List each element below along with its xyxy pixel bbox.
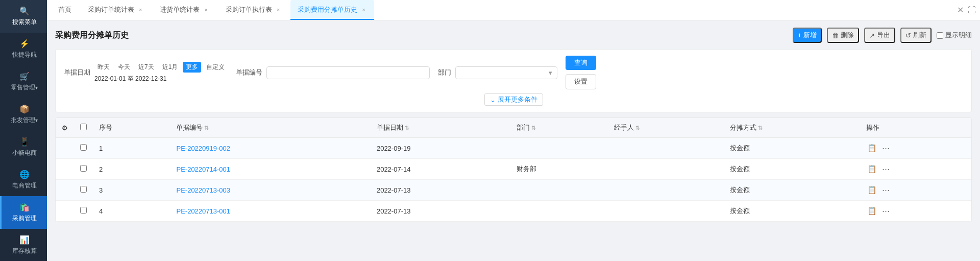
tab-label-purchase-order-stats: 采购订单统计表 — [88, 5, 134, 14]
row-order-no[interactable]: PE-20220713-003 — [170, 180, 370, 201]
row-more-btn-0[interactable]: ⋯ — [881, 143, 891, 154]
row-order-no[interactable]: PE-20220714-001 — [170, 159, 370, 180]
table-row: 4 PE-20220713-001 2022-07-13 按金额 📋 ⋯ — [56, 201, 971, 222]
tab-purchase-goods-stats[interactable]: 进货单统计表× — [153, 0, 216, 20]
refresh-icon: ↺ — [905, 32, 911, 39]
date-yesterday[interactable]: 昨天 — [94, 62, 113, 73]
date-shortcuts-group: 昨天 今天 近7天 近1月 更多 自定义 2022-01-01 至 2022-1… — [94, 62, 228, 83]
purchase-icon: 🛍️ — [5, 202, 44, 212]
row-more-btn-2[interactable]: ⋯ — [881, 184, 891, 196]
row-edit-btn-0[interactable]: 📋 — [866, 143, 878, 154]
tab-purchase-order-stats[interactable]: 采购订单统计表× — [81, 0, 151, 20]
date-range-display: 2022-01-01 至 2022-12-31 — [94, 75, 228, 83]
row-actions: 📋 ⋯ — [860, 201, 971, 222]
tab-label-purchase-order-exec: 采购订单执行表 — [226, 5, 272, 14]
search-panel: 单据日期 昨天 今天 近7天 近1月 更多 自定义 2022-01-01 至 2… — [55, 49, 972, 112]
col-split-method[interactable]: 分摊方式⇅ — [724, 118, 860, 138]
row-edit-btn-3[interactable]: 📋 — [866, 205, 878, 217]
fullscreen-icon[interactable]: ⛶ — [968, 6, 976, 15]
row-actions: 📋 ⋯ — [860, 138, 971, 159]
date-custom[interactable]: 自定义 — [203, 62, 228, 73]
col-dept[interactable]: 部门⇅ — [510, 118, 608, 138]
export-button[interactable]: ↗ 导出 — [864, 28, 895, 43]
row-seq: 1 — [93, 138, 170, 159]
row-check — [74, 138, 93, 159]
date-label: 单据日期 — [64, 68, 90, 77]
tab-close-purchase-order-exec[interactable]: × — [275, 6, 281, 13]
sidebar-item-stock[interactable]: 📊库存核算 — [0, 229, 47, 261]
data-table: ⚙ 序号 单据编号⇅ 单据日期⇅ 部门⇅ 经手人⇅ 分摊方式⇅ 操作 — [56, 118, 971, 222]
row-date: 2022-07-13 — [371, 201, 510, 222]
tab-label-purchase-cost-history: 采购费用分摊单历史 — [298, 5, 357, 14]
date-more[interactable]: 更多 — [183, 62, 201, 73]
select-all-checkbox[interactable] — [80, 124, 87, 130]
close-icon[interactable]: ✕ — [957, 5, 964, 15]
tab-home[interactable]: 首页 — [51, 0, 79, 20]
row-order-no[interactable]: PE-20220919-002 — [170, 138, 370, 159]
dept-select[interactable]: 财务部 — [455, 66, 557, 79]
export-icon: ↗ — [869, 32, 875, 39]
row-checkbox-2[interactable] — [80, 186, 87, 193]
row-action-group-1: 📋 ⋯ — [866, 163, 965, 175]
sidebar-item-search[interactable]: 🔍搜索菜单 — [0, 0, 47, 33]
col-actions: 操作 — [860, 118, 971, 138]
tab-close-purchase-order-stats[interactable]: × — [137, 6, 143, 13]
row-date: 2022-09-19 — [371, 138, 510, 159]
expand-icon: ⌄ — [490, 96, 496, 104]
row-checkbox-1[interactable] — [80, 165, 87, 172]
expand-button[interactable]: ⌄ 展开更多条件 — [484, 93, 543, 106]
sidebar-item-ecom[interactable]: 🌐电商管理 — [0, 163, 47, 196]
search-button[interactable]: 查询 — [566, 56, 596, 70]
date-7days[interactable]: 近7天 — [135, 62, 157, 73]
order-no-link-2[interactable]: PE-20220713-003 — [176, 186, 230, 194]
sidebar-item-wholesale[interactable]: 📦批发管理▾ — [0, 98, 47, 131]
show-cols-checkbox[interactable] — [937, 32, 943, 39]
search-actions: 查询 设置 — [566, 56, 596, 89]
sidebar-label-stock: 库存核算 — [12, 247, 37, 254]
row-action-group-0: 📋 ⋯ — [866, 143, 965, 154]
tab-close-purchase-goods-stats[interactable]: × — [203, 6, 209, 13]
order-no-link-1[interactable]: PE-20220714-001 — [176, 165, 230, 173]
row-checkbox-3[interactable] — [80, 207, 87, 213]
row-order-no[interactable]: PE-20220713-001 — [170, 201, 370, 222]
delete-button[interactable]: 🗑 删除 — [827, 28, 859, 43]
order-no-link-0[interactable]: PE-20220919-002 — [176, 145, 230, 152]
row-edit-btn-2[interactable]: 📋 — [866, 184, 878, 196]
show-cols-toggle[interactable]: 显示明细 — [937, 31, 972, 40]
header-row: ⚙ 序号 单据编号⇅ 单据日期⇅ 部门⇅ 经手人⇅ 分摊方式⇅ 操作 — [56, 118, 971, 138]
table-row: 3 PE-20220713-003 2022-07-13 按金额 📋 ⋯ — [56, 180, 971, 201]
dept-field: 部门 财务部 — [438, 66, 557, 79]
order-no-label: 单据编号 — [236, 68, 262, 77]
arrow-icon: ▾ — [35, 85, 38, 90]
row-check — [74, 180, 93, 201]
refresh-button[interactable]: ↺ 刷新 — [900, 28, 932, 43]
date-1month[interactable]: 近1月 — [159, 62, 181, 73]
row-more-btn-3[interactable]: ⋯ — [881, 205, 891, 217]
row-action-group-2: 📋 ⋯ — [866, 184, 965, 196]
row-more-btn-1[interactable]: ⋯ — [881, 163, 891, 175]
row-handler — [608, 138, 724, 159]
row-seq: 4 — [93, 201, 170, 222]
date-today[interactable]: 今天 — [115, 62, 133, 73]
ecom-icon: 🌐 — [5, 170, 44, 179]
order-no-link-3[interactable]: PE-20220713-001 — [176, 207, 230, 215]
sidebar-item-shortcut[interactable]: ⚡快捷导航 — [0, 33, 47, 65]
row-action-group-3: 📋 ⋯ — [866, 205, 965, 217]
row-edit-btn-1[interactable]: 📋 — [866, 163, 878, 175]
tab-bar: 首页采购订单统计表×进货单统计表×采购订单执行表×采购费用分摊单历史× ✕ ⛶ — [47, 0, 980, 20]
order-no-input[interactable] — [266, 66, 430, 79]
tab-close-purchase-cost-history[interactable]: × — [360, 6, 366, 13]
row-checkbox-0[interactable] — [80, 144, 87, 151]
sidebar-item-purchase[interactable]: 🛍️采购管理 — [0, 196, 47, 229]
tab-purchase-cost-history[interactable]: 采购费用分摊单历史× — [290, 0, 374, 20]
sidebar-item-mini[interactable]: 📱小畅电商 — [0, 131, 47, 163]
sidebar-item-retail[interactable]: 🛒零售管理▾ — [0, 65, 47, 98]
setting-button[interactable]: 设置 — [566, 74, 596, 89]
gear-icon[interactable]: ⚙ — [62, 124, 68, 132]
col-handler[interactable]: 经手人⇅ — [608, 118, 724, 138]
col-date[interactable]: 单据日期⇅ — [371, 118, 510, 138]
tab-purchase-order-exec[interactable]: 采购订单执行表× — [218, 0, 288, 20]
add-button[interactable]: + 新增 — [793, 28, 822, 43]
col-order-no[interactable]: 单据编号⇅ — [170, 118, 370, 138]
sidebar-label-shortcut: 快捷导航 — [12, 51, 37, 58]
